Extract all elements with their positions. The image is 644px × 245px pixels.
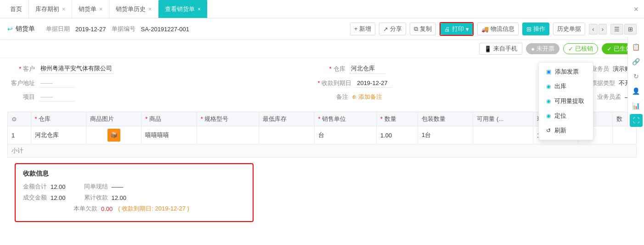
toolbar-right: + 新增 ↗ 分享 ⧉ 复制 🖨 打印 ▾ 🚚 物流信息 [350, 22, 637, 36]
cell-min-stock [259, 126, 314, 144]
tab-close-sales-history[interactable]: × [148, 6, 152, 12]
total-amount-value: 12.00 [51, 183, 66, 190]
payment-row-3: 本单欠款 0.00 ( 收款到期日: 2019-12-27 ) [23, 205, 245, 213]
same-order-value: —— [112, 183, 124, 190]
product-image: 📦 [107, 129, 120, 142]
doc-icon: ↩ [7, 25, 13, 33]
add-invoice-icon: ▣ [546, 68, 551, 75]
payment-section: 收款信息 金额合计 12.00 同单现结 —— 成交金额 12.00 累计收款 [0, 158, 644, 228]
dropdown-item-outbound[interactable]: ◉ 出库 [539, 79, 593, 94]
window-close-icon[interactable]: × [633, 4, 638, 14]
sidebar-icon-expand[interactable]: ⛶ [630, 114, 643, 127]
list-view-button[interactable]: ☰ [610, 24, 623, 34]
tab-sales-history[interactable]: 销货单历史 × [109, 0, 158, 18]
view-toggle: ☰ ⊞ [610, 24, 637, 34]
operation-icon: ⊞ [526, 26, 531, 33]
tab-close-inventory-init[interactable]: × [62, 6, 65, 12]
project-label: 项目 [7, 93, 35, 101]
col-warehouse: 仓库 [31, 112, 86, 126]
sub-toolbar: 📱 来自手机 ● 未开票 ✓ 已核销 ✓ 已生效 [0, 40, 644, 58]
add-note-button[interactable]: ⊕ 添加备注 [352, 93, 382, 101]
col-spec: 规格型号 [197, 112, 259, 126]
cumulative-value: 12.00 [112, 194, 127, 201]
invoice-icon: ● [531, 46, 535, 52]
copy-button[interactable]: ⧉ 复制 [410, 23, 436, 35]
deal-amount-item: 成交金额 12.00 [23, 194, 66, 202]
grid-view-button[interactable]: ⊞ [624, 24, 637, 34]
address-value: —— [39, 79, 75, 88]
due-note: ( 收款到期日: 2019-12-27 ) [118, 205, 189, 213]
refresh-icon: ↺ [546, 127, 551, 134]
no-label: 单据编号 [112, 25, 136, 33]
mobile-button[interactable]: 📱 来自手机 [479, 43, 522, 55]
tab-bar: 首页 库存期初 × 销货单 × 销货单历史 × 查看销货单 × × [0, 0, 644, 18]
mobile-icon: 📱 [484, 46, 491, 52]
cell-warehouse: 河北仓库 [31, 126, 86, 144]
dropdown-item-available[interactable]: ◉ 可用量提取 [539, 94, 593, 108]
address-label: 客户地址 [7, 79, 35, 87]
tab-close-sales-order[interactable]: × [99, 6, 102, 12]
project-value: —— [39, 92, 75, 102]
share-button[interactable]: ↗ 分享 [379, 23, 406, 35]
dropdown-item-add-invoice[interactable]: ▣ 添加发票 [539, 64, 593, 79]
date-value: 2019-12-27 [75, 26, 106, 33]
logistics-button[interactable]: 🚚 物流信息 [477, 23, 519, 35]
tab-sales-order[interactable]: 销货单 × [72, 0, 109, 18]
next-button[interactable]: › [599, 24, 607, 34]
operation-dropdown: ▣ 添加发票 ◉ 出库 ◉ 可用量提取 ◉ 定位 ↺ 刷新 [538, 62, 593, 140]
sidebar-icon-refresh[interactable]: ↻ [630, 70, 643, 83]
tab-view-sales[interactable]: 查看销货单 × [158, 0, 208, 18]
prev-button[interactable]: ‹ [589, 24, 597, 34]
payment-box: 收款信息 金额合计 12.00 同单现结 —— 成交金额 12.00 累计收款 [15, 163, 254, 222]
effect-icon: ✓ [607, 46, 612, 52]
total-amount-item: 金额合计 12.00 [23, 182, 66, 191]
logistics-icon: 🚚 [481, 26, 489, 33]
settings-icon[interactable]: ⚙ [11, 116, 17, 123]
total-amount-label: 金额合计 [23, 182, 47, 191]
subtotal-row: 小计 [8, 144, 637, 158]
date-label: 单据日期 [46, 25, 70, 33]
address-field: 客户地址 —— [7, 79, 281, 88]
staff2-label: 业务员孟 [597, 93, 621, 101]
sidebar-icon-link[interactable]: 🔗 [630, 55, 643, 68]
customer-value: 柳州粤港平安气体有限公司 [39, 63, 114, 74]
col-unit: 销售单位 [314, 112, 376, 126]
confirm-button[interactable]: ✓ 已核销 [563, 43, 598, 54]
cell-pack-qty: 1台 [418, 126, 473, 144]
col-settings: ⚙ [8, 112, 31, 126]
cell-no: 1 [8, 126, 31, 144]
col-quantity: 数量 [376, 112, 418, 126]
add-icon: ⊕ [352, 93, 356, 100]
dropdown-item-locate[interactable]: ◉ 定位 [539, 108, 593, 123]
new-button[interactable]: + 新增 [350, 23, 375, 35]
sidebar-icon-chart[interactable]: 📊 [630, 99, 643, 112]
print-dropdown-icon: ▾ [466, 26, 469, 33]
warehouse-label: 仓库 [318, 65, 345, 73]
main-content: ↩ 销货单 单据日期 2019-12-27 单据编号 SA-20191227-0… [0, 18, 644, 245]
sidebar-icon-clipboard[interactable]: 📋 [630, 40, 643, 53]
print-btn-wrapper: 🖨 打印 ▾ [440, 22, 474, 36]
cell-image: 📦 [86, 126, 141, 144]
col-min-stock: 最低库存 [259, 112, 314, 126]
available-icon: ◉ [546, 98, 551, 104]
tab-inventory-init[interactable]: 库存期初 × [29, 0, 72, 18]
deal-amount-value: 12.00 [51, 194, 66, 201]
due-date-value: 2019-12-27 [355, 79, 392, 88]
nav-arrows: ‹ › [589, 24, 607, 34]
print-button[interactable]: 🖨 打印 ▾ [441, 23, 473, 35]
history-button[interactable]: 历史单据 [553, 23, 585, 35]
dropdown-item-refresh[interactable]: ↺ 刷新 [539, 123, 593, 138]
same-order-label: 同单现结 [84, 182, 108, 191]
balance-label: 本单欠款 [73, 205, 97, 213]
note-label: 备注 [321, 93, 348, 101]
sidebar-icon-user[interactable]: 👤 [630, 85, 643, 97]
customer-label: 客户 [7, 65, 35, 73]
tab-home[interactable]: 首页 [4, 0, 29, 18]
operation-button[interactable]: ⊞ 操作 [522, 23, 549, 35]
outbound-icon: ◉ [546, 83, 551, 90]
same-order-item: 同单现结 —— [84, 182, 124, 191]
cell-unit: 台 [314, 126, 376, 144]
ticket-type-label: 票据类型 [591, 79, 615, 87]
invoice-status-button[interactable]: ● 未开票 [526, 43, 559, 54]
tab-close-view-sales[interactable]: × [198, 6, 201, 12]
